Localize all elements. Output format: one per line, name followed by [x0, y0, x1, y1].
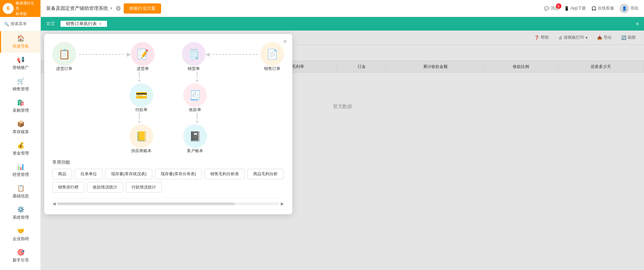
function-btn-8[interactable]: 付款情况统计 — [126, 182, 162, 193]
function-btn-1[interactable]: 往来单位 — [75, 169, 103, 179]
online-service-label: 在线客服 — [598, 5, 614, 11]
purchase-bill-icon: 📝 — [131, 42, 155, 66]
main-area: 装备及固定资产辅助管理系统 ▼ ⚙ 体验行业方案 💬 消息 6 📱 App下载 … — [41, 0, 644, 270]
app-download-item[interactable]: 📱 App下载 — [564, 5, 586, 11]
purchase-order-icon: 📋 — [52, 42, 76, 66]
function-btn-7[interactable]: 收款情况统计 — [87, 182, 123, 193]
sales-bill-label: 销货单 — [188, 66, 200, 72]
function-btn-2[interactable]: 现存量(库存状况表) — [105, 169, 152, 179]
supplier-ledger-label: 供应商账本 — [131, 148, 152, 154]
online-service-item[interactable]: 🎧 在线客服 — [591, 5, 614, 11]
topbar-right-area: 💬 消息 6 📱 App下载 🎧 在线客服 👤 用友 — [544, 4, 639, 13]
sidebar-item-operations[interactable]: 📊经营管理 — [0, 160, 40, 181]
purchase-bill-label: 进货单 — [137, 66, 149, 72]
customer-ledger-icon: 📓 — [183, 124, 207, 148]
tab-close-sales-order[interactable]: × — [99, 21, 102, 26]
sidebar-item-finance[interactable]: 💰资金管理 — [0, 138, 40, 160]
marketing-icon: 📢 — [17, 56, 24, 64]
sidebar-item-enterprise[interactable]: 🤝企业协同 — [0, 224, 40, 245]
purchase-icon: 🛍️ — [17, 99, 24, 106]
system-title-text: 装备及固定资产辅助管理系统 — [46, 5, 108, 12]
phone-icon: 📱 — [564, 6, 569, 11]
flow-item-purchase-bill[interactable]: 📝 进货单 — [131, 42, 155, 72]
customer-ledger-label: 客户账本 — [187, 148, 203, 154]
scroll-left-arrow[interactable]: ◀ — [52, 201, 56, 206]
purchase-order-label: 进货订单 — [56, 66, 72, 72]
overlay[interactable]: × 📋 进货订单 ▶ 📝 — [41, 31, 644, 270]
flow-item-payment[interactable]: 💳 付款单 — [129, 83, 153, 113]
logo-text: 畅康通好生意 标准版 — [16, 1, 38, 16]
receipt-icon: 🧾 — [183, 83, 207, 107]
sidebar-item-inventory[interactable]: 📦库存核算 — [0, 117, 40, 138]
sidebar-item-system[interactable]: ⚙️系统管理 — [0, 202, 40, 224]
common-functions-section: 常用功能 商品往来单位现存量(库存状况表)现存量(库存分布表)销售毛利分析表商品… — [52, 159, 284, 193]
flow-item-supplier-ledger[interactable]: 📒 供应商账本 — [129, 124, 153, 154]
function-btn-5[interactable]: 商品毛利分析 — [247, 169, 283, 179]
popup-dialog: × 📋 进货订单 ▶ 📝 — [44, 34, 292, 214]
sidebar-item-label-enterprise: 企业协同 — [13, 236, 29, 242]
system-icon: ⚙️ — [17, 206, 24, 213]
tabs-bar: 首页销售订单执行表× ✕ — [41, 17, 644, 31]
tab-sales-order[interactable]: 销售订单执行表× — [60, 21, 107, 27]
search-menu-button[interactable]: 🔍 搜索菜单 — [3, 20, 38, 28]
topbar-title-area: 装备及固定资产辅助管理系统 ▼ ⚙ 体验行业方案 — [46, 3, 541, 14]
tab-bar-close-button[interactable]: ✕ — [630, 17, 644, 31]
popup-scrollbar[interactable]: ◀ ▶ — [52, 198, 284, 206]
sidebar-item-label-quick-nav: 快捷导航 — [13, 43, 29, 49]
flow-item-sales-order[interactable]: 📄 销售订单 — [260, 42, 284, 72]
inventory-icon: 📦 — [17, 120, 24, 128]
tab-label-home: 首页 — [46, 21, 55, 27]
logo: 6 畅康通好生意 标准版 — [0, 0, 40, 17]
operations-icon: 📊 — [17, 163, 24, 170]
sidebar-item-guide[interactable]: 🎯新手引导 — [0, 245, 40, 267]
sidebar-item-purchase[interactable]: 🛍️采购管理 — [0, 95, 40, 117]
tab-label-sales-order: 销售订单执行表 — [66, 21, 97, 27]
common-functions-title: 常用功能 — [52, 159, 284, 165]
sidebar-item-label-marketing: 营销推广 — [13, 65, 29, 71]
content-area: ❓ 帮助 🖨 按模板打印 ▾ 📤 导出 🔄 刷新 — [41, 31, 644, 270]
payment-label: 付款单 — [135, 107, 147, 113]
sidebar: 6 畅康通好生意 标准版 🔍 搜索菜单 🏠快捷导航📢营销推广🛒销售管理🛍️采购管… — [0, 0, 41, 270]
scrollbar-thumb — [57, 202, 235, 205]
enterprise-icon: 🤝 — [17, 227, 24, 235]
sidebar-item-basic-info[interactable]: 📋基础信息 — [0, 181, 40, 202]
topbar: 装备及固定资产辅助管理系统 ▼ ⚙ 体验行业方案 💬 消息 6 📱 App下载 … — [41, 0, 644, 17]
trial-button[interactable]: 体验行业方案 — [124, 3, 161, 14]
sidebar-item-label-finance: 资金管理 — [13, 150, 29, 156]
search-menu-label: 搜索菜单 — [11, 21, 27, 27]
finance-icon: 💰 — [17, 142, 24, 149]
guide-icon: 🎯 — [17, 249, 24, 256]
function-btn-4[interactable]: 销售毛利分析表 — [205, 169, 245, 179]
scroll-right-arrow[interactable]: ▶ — [281, 201, 284, 206]
flow-item-purchase-order[interactable]: 📋 进货订单 — [52, 42, 76, 72]
dropdown-arrow-icon: ▼ — [109, 6, 113, 10]
tabs-container: 首页销售订单执行表× — [41, 21, 630, 27]
popup-close-button[interactable]: × — [283, 38, 287, 45]
user-item[interactable]: 👤 用友 — [620, 4, 639, 13]
avatar: 👤 — [620, 4, 629, 13]
sidebar-item-marketing[interactable]: 📢营销推广 — [0, 53, 40, 74]
message-item[interactable]: 💬 消息 6 — [544, 5, 559, 11]
message-icon: 💬 — [544, 6, 549, 11]
app-download-label: App下载 — [571, 5, 586, 11]
tab-home[interactable]: 首页 — [41, 21, 60, 27]
sidebar-item-label-operations: 经营管理 — [13, 172, 29, 178]
flow-item-customer-ledger[interactable]: 📓 客户账本 — [183, 124, 207, 154]
user-name: 用友 — [630, 5, 639, 11]
message-badge: 6 — [556, 3, 561, 9]
function-btn-6[interactable]: 销售排行榜 — [52, 182, 84, 193]
sidebar-item-quick-nav[interactable]: 🏠快捷导航 — [0, 31, 40, 53]
function-btn-3[interactable]: 现存量(库存分布表) — [155, 169, 202, 179]
sidebar-item-sales[interactable]: 🛒销售管理 — [0, 74, 40, 95]
flow-item-receipt[interactable]: 🧾 收款单 — [183, 83, 207, 113]
settings-icon[interactable]: ⚙ — [116, 5, 121, 12]
sidebar-item-label-inventory: 库存核算 — [13, 129, 29, 135]
function-btn-0[interactable]: 商品 — [52, 169, 72, 179]
flow-item-sales-bill[interactable]: 🗒️ 销货单 — [182, 42, 206, 72]
quick-nav-icon: 🏠 — [17, 35, 24, 42]
sidebar-item-label-sales: 销售管理 — [13, 86, 29, 92]
payment-icon: 💳 — [129, 83, 153, 107]
sidebar-item-label-basic-info: 基础信息 — [13, 193, 29, 199]
system-title-dropdown[interactable]: 装备及固定资产辅助管理系统 ▼ — [46, 5, 113, 12]
sidebar-search-area: 🔍 搜索菜单 — [0, 17, 40, 31]
